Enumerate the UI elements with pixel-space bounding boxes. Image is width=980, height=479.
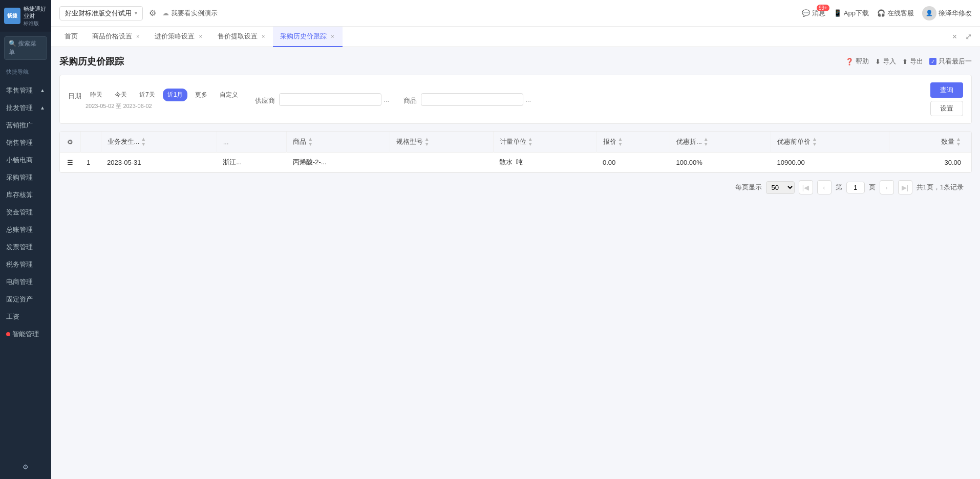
sidebar-item-smart[interactable]: 智能管理 (0, 325, 51, 343)
per-page-select[interactable]: 50 10 20 100 (766, 181, 795, 194)
first-page-button[interactable]: |◀ (799, 180, 813, 194)
sidebar-item-inventory[interactable]: 库存核算 (0, 186, 51, 204)
sort-icon-qty: ▲▼ (956, 137, 961, 147)
sidebar-item-wholesale[interactable]: 批发管理▲ (0, 99, 51, 117)
row-gear[interactable]: ☰ (60, 153, 80, 172)
page-label: 第 (836, 183, 842, 192)
message-button[interactable]: 💬 消息 99+ (802, 9, 825, 18)
col-orig-price[interactable]: 优惠前单价 ▲▼ (771, 132, 889, 153)
col-discount[interactable]: 优惠折... ▲▼ (670, 132, 771, 153)
next-page-button[interactable]: › (880, 180, 894, 194)
tab-history[interactable]: 采购历史价跟踪 × (273, 27, 342, 47)
page-title: 采购历史价跟踪 (59, 55, 124, 68)
version-selector-text: 好业财标准版交付试用 (65, 9, 132, 18)
quick-nav-text: 快捷导航 (0, 66, 51, 80)
tab-price-close[interactable]: × (135, 32, 140, 40)
prev-page-button[interactable]: ‹ (817, 180, 832, 194)
export-button[interactable]: ⬆ 导出 (902, 57, 923, 66)
demo-text: 我要看实例演示 (171, 9, 218, 18)
service-icon: 🎧 (877, 9, 885, 17)
only-last-text: 只看最后一 (939, 57, 972, 66)
sidebar-item-ecom[interactable]: 电商管理 (0, 273, 51, 291)
supplier-dots-btn[interactable]: ... (381, 96, 391, 103)
col-gear[interactable]: ⚙ (60, 132, 80, 153)
filter-row: 日期 昨天 今天 近7天 近1月 更多 自定义 2023-05-02 至 202… (68, 82, 963, 116)
date-last1m-btn[interactable]: 近1月 (163, 89, 188, 101)
app-logo-text: 畅捷通好业财 标准版 (24, 5, 47, 27)
sidebar-item-sales[interactable]: 销售管理 (0, 134, 51, 151)
import-label: 导入 (883, 57, 896, 66)
page-number-input[interactable] (846, 182, 865, 193)
date-more-btn[interactable]: 更多 (190, 89, 212, 101)
message-badge: 99+ (817, 5, 829, 11)
only-last-checkbox-label[interactable]: 只看最后一 (929, 57, 972, 66)
sidebar-item-payroll[interactable]: 工资 (0, 308, 51, 325)
date-today-btn[interactable]: 今天 (110, 89, 132, 101)
demo-link[interactable]: ☁ 我要看实例演示 (162, 9, 218, 18)
sidebar-item-retail[interactable]: 零售管理▲ (0, 82, 51, 99)
col-dots[interactable]: ... (217, 132, 287, 153)
col-qty[interactable]: 数量 ▲▼ (889, 132, 971, 153)
col-goods[interactable]: 商品 ▲▼ (287, 132, 390, 153)
sidebar: 畅捷 畅捷通好业财 标准版 🔍 搜索菜单 快捷导航 零售管理▲ 批发管理▲ 营销… (0, 0, 51, 479)
gear-icon[interactable]: ⚙ (149, 8, 156, 18)
sidebar-item-marketing[interactable]: 营销推广 (0, 117, 51, 134)
row-unit: 散水 吨 (493, 153, 596, 172)
settings-button[interactable]: 设置 (930, 101, 963, 116)
supplier-input[interactable] (279, 93, 381, 106)
tab-extract-close[interactable]: × (261, 32, 266, 40)
import-button[interactable]: ⬇ 导入 (875, 57, 896, 66)
goods-input[interactable] (421, 93, 523, 106)
query-button[interactable]: 查询 (930, 82, 963, 98)
tab-strategy[interactable]: 进价策略设置 × (147, 27, 210, 47)
sidebar-item-ledger[interactable]: 总账管理 (0, 221, 51, 238)
date-last7-btn[interactable]: 近7天 (135, 89, 160, 101)
col-unit[interactable]: 计量单位 ▲▼ (493, 132, 596, 153)
tab-close-all-icon[interactable]: × (950, 30, 959, 43)
date-options-group: 昨天 今天 近7天 近1月 更多 自定义 2023-05-02 至 2023-0… (86, 89, 243, 110)
tab-extract-label: 售价提取设置 (218, 32, 258, 41)
sidebar-item-assets[interactable]: 固定资产 (0, 291, 51, 308)
help-icon: ❓ (845, 58, 854, 66)
date-yesterday-btn[interactable]: 昨天 (86, 89, 107, 101)
sidebar-item-finance[interactable]: 资金管理 (0, 204, 51, 221)
app-download-button[interactable]: 📱 App下载 (834, 9, 869, 18)
col-price[interactable]: 报价 ▲▼ (596, 132, 670, 153)
page-suffix: 页 (869, 183, 876, 192)
version-selector[interactable]: 好业财标准版交付试用 ▾ (59, 6, 143, 20)
table-row[interactable]: ☰ 1 2023-05-31 浙江... 丙烯酸-2-... 散水 吨 0.00… (60, 153, 971, 172)
row-goods: 丙烯酸-2-... (287, 153, 390, 172)
page-header: 采购历史价跟踪 ❓ 帮助 ⬇ 导入 ⬆ 导出 只看最后一 (59, 55, 972, 68)
sidebar-item-purchase[interactable]: 采购管理 (0, 169, 51, 186)
user-menu-button[interactable]: 👤 徐泽华修改 (922, 6, 972, 20)
table-header-row: ⚙ 业务发生... ▲▼ ... (60, 132, 971, 153)
tab-price[interactable]: 商品价格设置 × (85, 27, 147, 47)
tab-strategy-label: 进价策略设置 (155, 32, 195, 41)
tab-strategy-close[interactable]: × (198, 32, 203, 40)
sort-icon-spec: ▲▼ (424, 137, 430, 147)
col-date[interactable]: 业务发生... ▲▼ (101, 132, 217, 153)
goods-dots-btn[interactable]: ... (523, 96, 533, 103)
goods-input-wrap: ... (421, 93, 533, 106)
help-button[interactable]: ❓ 帮助 (845, 57, 869, 66)
tab-extract[interactable]: 售价提取设置 × (210, 27, 273, 47)
date-buttons: 昨天 今天 近7天 近1月 更多 自定义 (86, 89, 243, 101)
sidebar-item-invoice[interactable]: 发票管理 (0, 238, 51, 256)
row-orig-price: 10900.00 (771, 153, 889, 172)
service-button[interactable]: 🎧 在线客服 (877, 9, 914, 18)
search-menu-button[interactable]: 🔍 搜索菜单 (4, 36, 47, 60)
tab-price-label: 商品价格设置 (92, 32, 132, 41)
sidebar-item-ecom-small[interactable]: 小畅电商 (0, 151, 51, 169)
sort-icon-orig-price: ▲▼ (812, 137, 817, 147)
date-range-text: 2023-05-02 至 2023-06-02 (86, 102, 243, 110)
col-spec[interactable]: 规格型号 ▲▼ (390, 132, 493, 153)
sidebar-item-tax[interactable]: 税务管理 (0, 256, 51, 273)
checkbox-checked-icon (929, 58, 936, 65)
sidebar-settings-button[interactable]: ⚙ (4, 459, 47, 475)
tab-expand-icon[interactable]: ⤢ (963, 30, 974, 43)
last-page-button[interactable]: ▶| (898, 180, 912, 194)
date-custom-btn[interactable]: 自定义 (215, 89, 243, 101)
tab-home[interactable]: 首页 (57, 27, 85, 47)
tab-history-close[interactable]: × (330, 32, 335, 40)
sidebar-search-area: 🔍 搜索菜单 (0, 32, 51, 64)
